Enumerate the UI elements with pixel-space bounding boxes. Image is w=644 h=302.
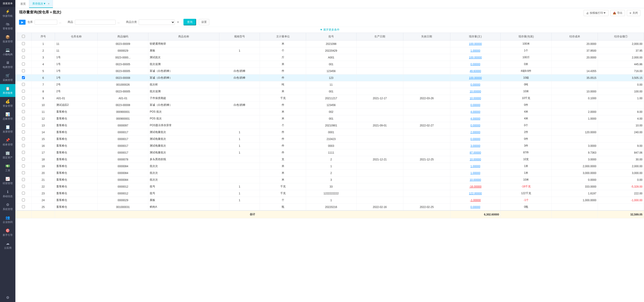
category-select[interactable] <box>139 20 175 25</box>
row-qty-main[interactable]: 1.00000 <box>450 170 500 177</box>
sidebar-item-cloud[interactable]: ☁ 云应用 <box>0 239 16 252</box>
row-checkbox[interactable] <box>22 56 25 59</box>
warehouse-dots[interactable]: ... <box>59 21 61 24</box>
row-qty-main[interactable]: 0.00000 <box>450 102 500 108</box>
row-qty-main[interactable]: 1.00000 <box>450 163 500 170</box>
row-checkbox[interactable] <box>22 192 25 195</box>
row-checkbox[interactable] <box>22 69 25 72</box>
row-checkbox-cell[interactable] <box>16 95 32 102</box>
row-checkbox[interactable] <box>22 151 25 154</box>
row-checkbox[interactable] <box>22 124 25 127</box>
sidebar-item-quick-nav[interactable]: ⚡ 快捷导航 <box>0 7 16 20</box>
row-qty-main[interactable]: 1.00000 <box>450 47 500 54</box>
row-checkbox-cell[interactable] <box>16 88 32 95</box>
row-checkbox-cell[interactable] <box>16 190 32 197</box>
row-checkbox-cell[interactable] <box>16 149 32 156</box>
row-checkbox-cell[interactable] <box>16 170 32 177</box>
col-checkbox[interactable] <box>16 33 32 41</box>
sidebar-item-inventory[interactable]: 📋 库存核查 <box>0 84 16 97</box>
row-checkbox[interactable] <box>22 76 25 79</box>
row-qty-main[interactable]: 3.00000 <box>450 142 500 149</box>
row-checkbox-cell[interactable] <box>16 47 32 54</box>
row-qty-main[interactable]: 10.00000 <box>450 95 500 102</box>
sidebar-item-hr[interactable]: 💵 工资 <box>0 162 16 175</box>
row-qty-main[interactable]: 0.00000 <box>450 136 500 142</box>
tab-inventory-batch[interactable]: 库存批次▼ ✕ <box>29 0 53 8</box>
row-qty-main[interactable]: 4.00000 <box>450 108 500 115</box>
select-all-checkbox[interactable] <box>22 35 25 38</box>
row-qty-main[interactable]: 0.00000 <box>450 204 500 211</box>
row-checkbox[interactable] <box>22 130 25 133</box>
close-button[interactable]: ✕ 关闭 <box>627 10 640 16</box>
row-qty-main[interactable]: 100.00000 <box>450 54 500 61</box>
row-qty-main[interactable]: 122.00000 <box>450 190 500 197</box>
row-checkbox[interactable] <box>22 110 25 113</box>
row-checkbox[interactable] <box>22 137 25 140</box>
sidebar-item-retail[interactable]: 🛍 零售管理 <box>0 20 16 33</box>
sidebar-item-wholesale[interactable]: 📦 批发管理 <box>0 33 16 46</box>
row-checkbox[interactable] <box>22 171 25 174</box>
sidebar-item-tax[interactable]: 📌 税务管理 <box>0 136 16 149</box>
print-button[interactable]: 🖨 按模板打印▼ <box>584 10 608 16</box>
row-checkbox-cell[interactable] <box>16 156 32 163</box>
sidebar-item-purchase[interactable]: 🛒 采购管理 <box>0 71 16 84</box>
row-qty-main[interactable]: 49.60000 <box>450 68 500 75</box>
sidebar-item-basic-info[interactable]: ℹ 基础信息 <box>0 187 16 200</box>
row-qty-main[interactable]: 0.00000 <box>450 122 500 129</box>
row-checkbox[interactable] <box>22 165 25 168</box>
row-checkbox[interactable] <box>22 90 25 93</box>
row-qty-main[interactable]: 100.00000 <box>450 75 500 81</box>
row-qty-main[interactable]: 10.00000 <box>450 177 500 183</box>
category-dropdown-icon[interactable]: ▼ <box>177 21 180 24</box>
row-checkbox[interactable] <box>22 199 25 201</box>
settings-button[interactable]: 设置 <box>199 19 209 25</box>
row-checkbox[interactable] <box>22 205 25 208</box>
row-checkbox[interactable] <box>22 103 25 106</box>
search-button[interactable]: 查询 <box>184 19 196 25</box>
row-checkbox-cell[interactable] <box>16 136 32 142</box>
sidebar-item-collab[interactable]: 👥 企业协同 <box>0 213 16 226</box>
row-checkbox[interactable] <box>22 96 25 99</box>
row-checkbox-cell[interactable] <box>16 102 32 108</box>
row-checkbox[interactable] <box>22 185 25 188</box>
row-qty-main[interactable]: 0.00000 <box>450 81 500 88</box>
row-qty-main[interactable]: -1.00000 <box>450 197 500 204</box>
row-qty-main[interactable]: 2.00000 <box>450 129 500 136</box>
row-checkbox-cell[interactable] <box>16 163 32 170</box>
row-qty-main[interactable]: -16.00000 <box>450 183 500 190</box>
row-checkbox[interactable] <box>22 144 25 147</box>
sidebar-item-system[interactable]: ⚙ 系统管理 <box>0 200 16 213</box>
row-checkbox-cell[interactable] <box>16 68 32 75</box>
row-checkbox[interactable] <box>22 83 25 86</box>
row-qty-main[interactable]: 100.00000 <box>450 41 500 47</box>
row-checkbox-cell[interactable] <box>16 81 32 88</box>
row-checkbox-cell[interactable] <box>16 204 32 211</box>
row-qty-main[interactable]: 10.00000 <box>450 156 500 163</box>
row-checkbox[interactable] <box>22 158 25 161</box>
sidebar-logo[interactable]: 搜索菜单 <box>0 0 16 7</box>
sidebar-item-ecom[interactable]: 🖥 电商管理 <box>0 58 16 71</box>
expand-conditions-btn[interactable]: ▼ 展开更多条件 <box>320 28 340 32</box>
row-checkbox-cell[interactable] <box>16 54 32 61</box>
row-checkbox[interactable] <box>22 117 25 120</box>
sidebar-settings[interactable]: ⚙ <box>0 293 16 302</box>
row-checkbox-cell[interactable] <box>16 61 32 68</box>
row-checkbox-cell[interactable] <box>16 183 32 190</box>
row-checkbox-cell[interactable] <box>16 142 32 149</box>
export-button[interactable]: 📤 导出 <box>610 10 625 16</box>
goods-dots[interactable]: ... <box>118 21 120 24</box>
row-checkbox-cell[interactable] <box>16 177 32 183</box>
sidebar-item-fixed-assets[interactable]: 🏢 固定资产 <box>0 149 16 162</box>
tab-home[interactable]: 首页 <box>17 0 29 8</box>
row-checkbox[interactable] <box>22 42 25 45</box>
row-checkbox[interactable] <box>22 178 25 181</box>
row-qty-main[interactable]: 0.00000 <box>450 61 500 68</box>
row-checkbox-cell[interactable] <box>16 75 32 81</box>
sidebar-item-general[interactable]: 📊 总账管理 <box>0 110 16 123</box>
filter-toggle-btn[interactable]: ▶ <box>19 20 26 25</box>
sidebar-item-assets[interactable]: 💰 资金管理 <box>0 97 16 110</box>
sidebar-item-mgmt[interactable]: 📈 经营管理 <box>0 175 16 187</box>
row-qty-main[interactable]: 10.00000 <box>450 88 500 95</box>
row-checkbox-cell[interactable] <box>16 108 32 115</box>
goods-input[interactable] <box>75 20 116 25</box>
